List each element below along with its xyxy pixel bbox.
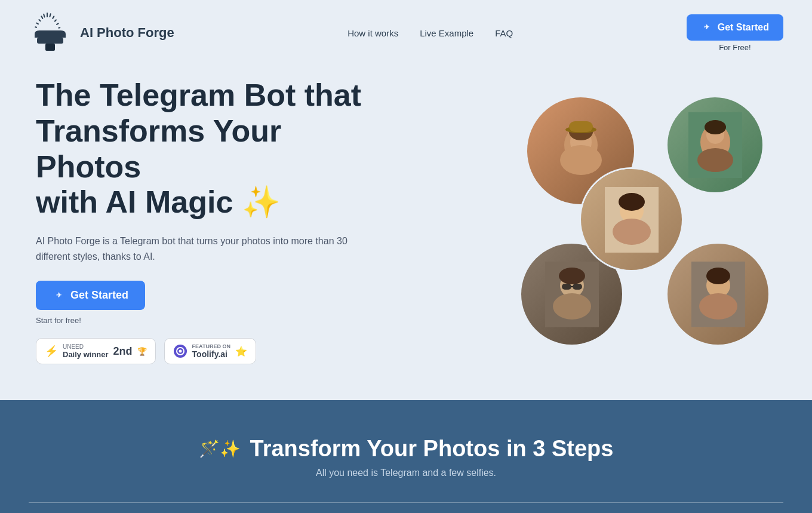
svg-point-34 [559, 268, 585, 284]
trophy-icon: 🏆 [137, 347, 147, 356]
hero-title: The Telegram Bot that Transforms Your Ph… [36, 78, 370, 220]
logo-text: AI Photo Forge [80, 25, 174, 41]
logo-icon [29, 11, 72, 54]
svg-rect-6 [54, 19, 57, 22]
uneed-icon: ⚡ [45, 345, 58, 358]
svg-rect-4 [52, 16, 55, 19]
uneed-badge[interactable]: ⚡ UNEED Daily winner 2nd 🏆 [36, 338, 156, 364]
svg-point-15 [179, 350, 182, 353]
hero-get-started-button[interactable]: ✈ Get Started [36, 281, 145, 310]
hero-images [513, 96, 776, 346]
header: AI Photo Forge How it works Live Example… [0, 0, 812, 66]
svg-point-30 [619, 193, 645, 211]
svg-rect-0 [47, 13, 48, 17]
nav-live-example[interactable]: Live Example [420, 28, 473, 38]
toolify-star-icon: ⭐ [235, 346, 247, 357]
photo-circle-2 [666, 96, 764, 194]
portrait-5 [668, 244, 768, 345]
svg-point-41 [706, 268, 730, 284]
steps-divider [29, 502, 783, 503]
header-cta: ✈ Get Started For Free! [687, 14, 783, 52]
toolify-badge[interactable]: FEATURED ON Toolify.ai ⭐ [164, 338, 256, 364]
svg-point-26 [705, 120, 726, 134]
svg-rect-37 [573, 284, 582, 290]
steps-subtitle: All you need is Telegram and a few selfi… [29, 468, 783, 478]
portrait-3 [581, 169, 682, 270]
toolify-icon [173, 344, 187, 358]
steps-section: 🪄✨ Transform Your Photos in 3 Steps All … [0, 400, 812, 513]
svg-rect-8 [56, 23, 59, 25]
logo-area: AI Photo Forge [29, 11, 174, 54]
svg-point-42 [699, 293, 737, 320]
wand-icon: 🪄✨ [199, 439, 241, 459]
svg-rect-1 [43, 13, 45, 17]
uneed-rank: 2nd [113, 345, 133, 358]
nav-faq[interactable]: FAQ [495, 28, 513, 38]
svg-rect-3 [41, 16, 44, 19]
toolify-text: FEATURED ON Toolify.ai [192, 343, 230, 359]
photo-circle-5 [666, 242, 770, 346]
uneed-label-small: UNEED Daily winner [63, 344, 109, 359]
steps-title: 🪄✨ Transform Your Photos in 3 Steps [29, 436, 783, 462]
svg-rect-5 [38, 19, 41, 22]
telegram-icon-hero: ✈ [53, 290, 64, 302]
hero-description: AI Photo Forge is a Telegram bot that tu… [36, 234, 370, 264]
hero-content: The Telegram Bot that Transforms Your Ph… [36, 78, 370, 364]
svg-point-31 [613, 219, 651, 245]
hero-cta-sublabel: Start for free! [36, 316, 370, 325]
svg-rect-2 [49, 13, 51, 17]
hero-section: The Telegram Bot that Transforms Your Ph… [0, 66, 812, 400]
svg-point-35 [553, 293, 591, 320]
telegram-icon: ✈ [701, 21, 713, 33]
svg-rect-36 [562, 284, 571, 290]
nav-how-it-works[interactable]: How it works [347, 28, 398, 38]
portrait-2 [668, 97, 762, 192]
steps-header: 🪄✨ Transform Your Photos in 3 Steps All … [29, 436, 783, 478]
badges-area: ⚡ UNEED Daily winner 2nd 🏆 [36, 338, 370, 364]
main-nav: How it works Live Example FAQ [347, 28, 513, 38]
header-get-started-button[interactable]: ✈ Get Started [687, 14, 783, 41]
svg-rect-11 [37, 38, 63, 44]
svg-rect-9 [35, 26, 37, 28]
svg-rect-22 [569, 121, 593, 132]
svg-point-19 [560, 145, 602, 175]
svg-point-27 [697, 148, 733, 172]
svg-rect-10 [58, 27, 60, 29]
photo-circle-3 [579, 167, 684, 272]
header-cta-sublabel: For Free! [719, 43, 751, 52]
svg-rect-7 [36, 22, 39, 24]
svg-rect-12 [45, 44, 55, 51]
